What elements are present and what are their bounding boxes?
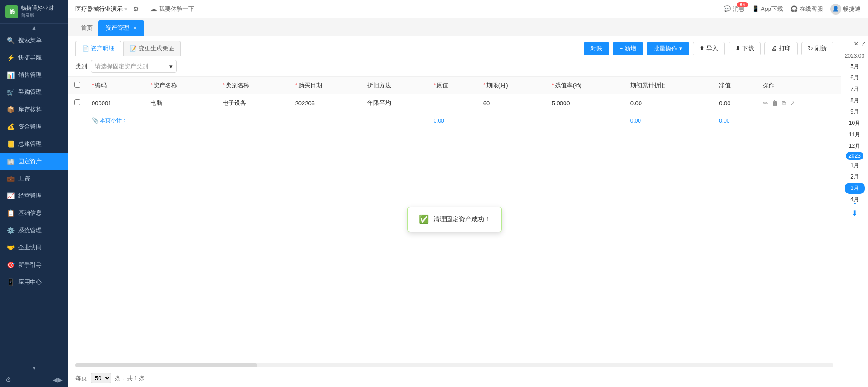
sidebar-item-system[interactable]: ⚙️ 系统管理 [0, 222, 68, 239]
horizontal-scrollbar[interactable] [75, 363, 833, 367]
month-mar[interactable]: 3月 [845, 183, 865, 194]
sidebar-item-payroll[interactable]: 💼 工资 [0, 170, 68, 187]
month-apr[interactable]: 4月 [845, 194, 865, 205]
print-icon: 🖨 [771, 45, 777, 52]
th-initial-accumulated-label: 期初累计折旧 [630, 82, 666, 89]
messages-button[interactable]: 💬 消息 99+ [724, 5, 744, 13]
delete-icon[interactable]: 🗑 [772, 99, 778, 107]
sidebar-scroll-up[interactable]: ▲ [0, 24, 68, 32]
batch-ops-button[interactable]: 批量操作 ▾ [647, 42, 689, 55]
experience-button[interactable]: ☁ 我要体验一下 [150, 5, 194, 13]
sidebar-item-purchase[interactable]: 🛒 采购管理 [0, 84, 68, 101]
td-checkbox [68, 94, 86, 112]
subtotal-checkbox [68, 112, 86, 129]
th-depreciation-method-label: 折旧方法 [367, 82, 391, 89]
sidebar-item-quick-nav[interactable]: ⚡ 快捷导航 [0, 49, 68, 66]
collapse-button[interactable]: ◀▶ [53, 376, 63, 383]
toast-success-icon: ✅ [419, 214, 429, 224]
month-jun[interactable]: 6月 [845, 72, 865, 84]
sidebar-item-label: 采购管理 [18, 88, 42, 96]
sidebar-item-app-center[interactable]: 📱 应用中心 [0, 273, 68, 291]
sidebar-item-label: 新手引导 [18, 261, 42, 269]
subtotal-row: 📎 本页小计： 0.00 0.00 0.00 [68, 112, 841, 129]
td-initial-accumulated: 0.00 [625, 94, 714, 112]
sidebar-item-search[interactable]: 🔍 搜索菜单 [0, 32, 68, 49]
app-download-button[interactable]: 📱 App下载 [752, 5, 783, 13]
select-all-checkbox[interactable] [74, 82, 80, 88]
settings-button[interactable]: ⚙ [5, 376, 11, 383]
import-button[interactable]: ⬆ 导入 [693, 42, 725, 55]
month-jul[interactable]: 7月 [845, 84, 865, 95]
th-name-label: 资产名称 [154, 82, 177, 89]
calendar-down-icon[interactable]: ⬇ [852, 209, 858, 218]
online-service-button[interactable]: 🎧 在线客服 [790, 5, 823, 13]
sidebar-item-sales[interactable]: 📊 销售管理 [0, 66, 68, 84]
sidebar-item-label: 基础信息 [18, 209, 42, 217]
month-oct[interactable]: 10月 [845, 118, 865, 129]
bottom-bar: 每页 50 条，共 1 条 [68, 369, 841, 387]
tab-home[interactable]: 首页 [75, 20, 98, 36]
row-checkbox[interactable] [74, 99, 80, 105]
download-icon: ⬇ [735, 45, 740, 52]
subtotal-label: 📎 本页小计： [86, 112, 428, 129]
year-badge[interactable]: 2023 [846, 152, 863, 160]
month-feb[interactable]: 2月 [845, 171, 865, 183]
scrollbar-thumb[interactable] [75, 363, 257, 367]
more-icon[interactable]: ↗ [790, 99, 795, 107]
edit-icon[interactable]: ✏ [763, 99, 768, 107]
sidebar-item-ledger[interactable]: 📒 总账管理 [0, 135, 68, 153]
sidebar-scroll-down[interactable]: ▼ [0, 364, 68, 372]
sidebar-item-operations[interactable]: 📈 经营管理 [0, 187, 68, 204]
home-tab-label: 首页 [81, 25, 93, 31]
sidebar-item-label: 经营管理 [18, 192, 42, 200]
operations-icon: 📈 [6, 192, 15, 200]
month-sep[interactable]: 9月 [845, 106, 865, 118]
month-nov[interactable]: 11月 [845, 129, 865, 140]
message-icon: 💬 [724, 5, 731, 12]
td-code: 000001 [86, 94, 145, 112]
action-icons: ✏ 🗑 ⧉ ↗ [763, 99, 835, 107]
copy-icon[interactable]: ⧉ [782, 99, 786, 107]
app-center-icon: 📱 [6, 278, 15, 286]
online-service-label: 在线客服 [799, 5, 823, 13]
th-residual-rate-label: 残值率(%) [555, 82, 582, 89]
tab-close-icon[interactable]: × [134, 25, 137, 31]
sidebar-item-inventory[interactable]: 📦 库存核算 [0, 101, 68, 118]
per-page-select[interactable]: 50 [91, 373, 111, 383]
download-button[interactable]: ⬇ 下载 [729, 42, 761, 55]
th-category: *类别名称 [217, 77, 289, 94]
reconcile-button[interactable]: 对账 [584, 42, 609, 55]
subtab-asset-detail[interactable]: 📄 资产明细 [75, 41, 121, 56]
app-download-label: App下载 [761, 5, 783, 13]
user-profile[interactable]: 👤 畅捷通 [830, 4, 861, 15]
guide-icon: 🎯 [6, 261, 15, 269]
system-icon: ⚙️ [6, 226, 15, 234]
new-button[interactable]: + 新增 [613, 42, 643, 55]
sidebar-item-guide[interactable]: 🎯 新手引导 [0, 256, 68, 273]
right-panel-close-button[interactable]: ✕ [853, 40, 859, 47]
sidebar-item-finance[interactable]: 💰 资金管理 [0, 118, 68, 135]
month-may[interactable]: 5月 [845, 61, 865, 72]
tab-asset-mgmt[interactable]: 资产管理 × [98, 20, 144, 36]
category-select[interactable]: 请选择固定资产类别 ▾ [91, 60, 177, 73]
sidebar-item-basic-info[interactable]: 📋 基础信息 [0, 204, 68, 222]
subtab-change-voucher[interactable]: 📝 变更生成凭证 [123, 41, 181, 56]
print-button[interactable]: 🖨 打印 [764, 42, 798, 55]
month-dec[interactable]: 12月 [845, 140, 865, 152]
quick-nav-icon: ⚡ [6, 54, 15, 62]
table-header-row: *编码 *资产名称 *类别名称 *购买日期 折旧方法 *原值 *期限(月) *残… [68, 77, 841, 94]
change-voucher-label: 变更生成凭证 [139, 45, 174, 53]
topbar-gear-icon[interactable]: ⚙ [133, 5, 139, 13]
sidebar-item-fixed-assets[interactable]: 🏢 固定资产 [0, 153, 68, 170]
filter-row: 类别 请选择固定资产类别 ▾ [68, 56, 841, 77]
td-original-value [428, 94, 477, 112]
import-icon: ⬆ [699, 45, 704, 52]
right-panel-expand-button[interactable]: ⤢ [861, 40, 866, 47]
download-label: 下载 [742, 45, 754, 53]
asset-detail-label: 资产明细 [91, 45, 114, 53]
refresh-button[interactable]: ↻ 刷新 [801, 42, 833, 55]
sidebar-item-enterprise[interactable]: 🤝 企业协同 [0, 239, 68, 256]
month-aug[interactable]: 8月 [845, 95, 865, 106]
basic-info-icon: 📋 [6, 209, 15, 217]
month-jan[interactable]: 1月 [845, 160, 865, 171]
